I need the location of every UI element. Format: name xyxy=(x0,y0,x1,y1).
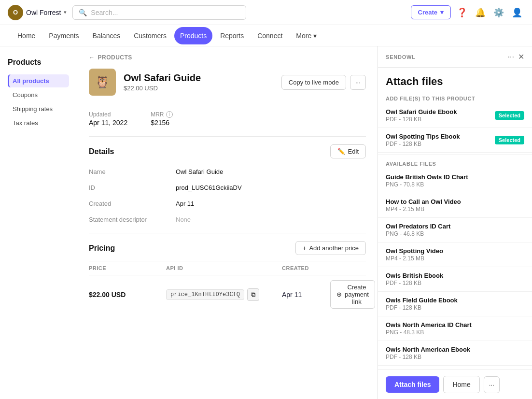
mrr-label: MRR i xyxy=(151,111,172,118)
price-table-header: PRICE API ID CREATED xyxy=(89,261,366,275)
copy-live-mode-button[interactable]: Copy to live mode xyxy=(281,75,346,90)
detail-label-name: Name xyxy=(89,166,176,177)
copy-api-id-button[interactable]: ⧉ xyxy=(247,288,259,301)
pricing-section: Pricing + Add another price PRICE API ID… xyxy=(77,233,378,321)
price-amount: $22.00 USD xyxy=(89,291,166,299)
help-button[interactable]: ❓ xyxy=(455,5,469,20)
account-button[interactable]: 👤 xyxy=(510,5,524,20)
panel-close-button[interactable]: ✕ xyxy=(518,52,524,61)
file-name: Owls North America ID Chart xyxy=(386,321,472,328)
search-bar[interactable]: 🔍 Search... xyxy=(72,5,246,20)
user-menu-chevron-icon: ▾ xyxy=(64,9,67,15)
panel-more-button[interactable]: ··· xyxy=(508,53,514,61)
panel-brand: SENDOWL xyxy=(386,54,416,60)
file-info: Owl Spotting Video MP4 - 2.15 MB xyxy=(386,247,443,262)
file-info: Owl Spotting Tips Ebook PDF - 128 KB xyxy=(386,133,460,147)
details-section: Details ✏️ Edit Name Owl Safari Guide ID… xyxy=(77,137,378,233)
api-id-box: price_1KnTHtIDYe3CfQ ⧉ xyxy=(166,288,282,301)
file-info: Owls North American Ebook PDF - 128 KB xyxy=(386,346,470,360)
files-section: ADD FILE(S) TO THIS PRODUCT Owl Safari G… xyxy=(378,92,532,370)
mrr-info-icon[interactable]: i xyxy=(166,111,173,118)
product-metadata: Updated Apr 11, 2022 MRR i $2156 xyxy=(77,105,378,136)
file-meta: MP4 - 2.15 MB xyxy=(386,206,461,213)
product-image: 🦉 xyxy=(89,69,116,96)
sidebar-item-tax-rates[interactable]: Tax rates xyxy=(8,116,69,129)
search-icon: 🔍 xyxy=(79,9,87,16)
list-item[interactable]: Owls British Ebook PDF - 128 KB xyxy=(378,267,532,292)
detail-label-id: ID xyxy=(89,182,176,193)
create-label: Create xyxy=(418,9,437,16)
list-item[interactable]: Owls Field Guide Ebook PDF - 128 KB xyxy=(378,292,532,316)
details-header: Details ✏️ Edit xyxy=(89,144,366,158)
list-item[interactable]: Owl Predators ID Cart PNG - 46.8 KB xyxy=(378,218,532,242)
file-name: Owl Spotting Video xyxy=(386,247,443,255)
sidebar-title: Products xyxy=(8,58,69,67)
file-info: Owls North America ID Chart PNG - 48.3 K… xyxy=(386,321,472,336)
attach-files-button[interactable]: Attach files xyxy=(386,376,439,393)
file-meta: PDF - 128 KB xyxy=(386,280,443,286)
sidebar-item-shipping-rates[interactable]: Shipping rates xyxy=(8,102,69,115)
more-chevron-icon: ▾ xyxy=(313,32,317,40)
col-api-id: API ID xyxy=(166,265,282,271)
detail-value-id: prod_LUSC61GckiiaDV xyxy=(176,182,366,193)
detail-value-name: Owl Safari Guide xyxy=(176,166,366,177)
updated-label: Updated xyxy=(89,111,127,118)
detail-label-created: Created xyxy=(89,198,176,209)
panel-footer: Attach files Home ··· xyxy=(378,370,532,399)
secondary-navigation: Home Payments Balances Customers Product… xyxy=(0,25,532,46)
nav-products[interactable]: Products xyxy=(174,27,212,44)
list-item[interactable]: Owl Safari Guide Ebook PDF - 128 KB Sele… xyxy=(378,103,532,128)
list-item[interactable]: Owls North America ID Chart PNG - 48.3 K… xyxy=(378,316,532,341)
updated-meta: Updated Apr 11, 2022 xyxy=(89,111,127,127)
edit-button[interactable]: ✏️ Edit xyxy=(330,144,366,158)
file-name: Owls British Ebook xyxy=(386,272,443,279)
product-more-button[interactable]: ··· xyxy=(350,75,366,90)
settings-button[interactable]: ⚙️ xyxy=(491,5,506,20)
file-info: Owl Safari Guide Ebook PDF - 128 KB xyxy=(386,108,457,123)
nav-balances[interactable]: Balances xyxy=(87,27,126,44)
list-item[interactable]: Owls North American Ebook PDF - 128 KB xyxy=(378,341,532,366)
price-table: PRICE API ID CREATED $22.00 USD price_1K… xyxy=(89,261,366,314)
detail-value-statement-descriptor: None xyxy=(176,214,366,225)
selected-badge: Selected xyxy=(495,136,524,144)
price-row-actions: ⊕ Create payment link ··· xyxy=(330,280,378,309)
col-actions xyxy=(330,265,366,271)
create-payment-link-button[interactable]: ⊕ Create payment link xyxy=(330,280,375,309)
nav-connect[interactable]: Connect xyxy=(252,27,288,44)
file-meta: MP4 - 2.15 MB xyxy=(386,255,443,262)
panel-title: Attach files xyxy=(378,68,532,92)
file-meta: PDF - 128 KB xyxy=(386,116,457,123)
available-files-label: AVAILABLE FILES xyxy=(378,157,532,169)
list-item[interactable]: Guide British Owls ID Chart PNG - 70.8 K… xyxy=(378,169,532,193)
file-meta: PDF - 128 KB xyxy=(386,141,460,147)
user-menu[interactable]: O Owl Forrest ▾ xyxy=(8,5,67,20)
sidebar-item-all-products[interactable]: All products xyxy=(8,74,69,87)
nav-customers[interactable]: Customers xyxy=(128,27,172,44)
panel-footer-more-button[interactable]: ··· xyxy=(484,376,500,393)
nav-more[interactable]: More ▾ xyxy=(290,27,322,44)
panel-home-button[interactable]: Home xyxy=(443,376,479,393)
list-item[interactable]: How to Call an Owl Video MP4 - 2.15 MB xyxy=(378,193,532,218)
updated-value: Apr 11, 2022 xyxy=(89,119,127,127)
file-name: Guide British Owls ID Chart xyxy=(386,173,468,181)
right-panel: SENDOWL ··· ✕ Attach files ADD FILE(S) T… xyxy=(378,46,532,399)
pricing-title: Pricing xyxy=(89,244,115,253)
nav-home[interactable]: Home xyxy=(12,27,41,44)
breadcrumb: ← PRODUCTS xyxy=(77,46,378,65)
nav-payments[interactable]: Payments xyxy=(43,27,84,44)
file-name: How to Call an Owl Video xyxy=(386,198,461,205)
product-info: Owl Safari Guide $22.00 USD xyxy=(124,72,274,92)
breadcrumb-parent[interactable]: PRODUCTS xyxy=(98,54,132,61)
list-item[interactable]: Owl Spotting Video MP4 - 2.15 MB xyxy=(378,242,532,267)
user-name: Owl Forrest xyxy=(26,9,61,16)
nav-reports[interactable]: Reports xyxy=(214,27,250,44)
product-header: 🦉 Owl Safari Guide $22.00 USD Copy to li… xyxy=(77,65,378,105)
sidebar-item-coupons[interactable]: Coupons xyxy=(8,88,69,101)
create-button[interactable]: Create ▾ xyxy=(411,5,451,19)
list-item[interactable]: Owl Spotting Tips Ebook PDF - 128 KB Sel… xyxy=(378,128,532,153)
file-name: Owl Predators ID Cart xyxy=(386,223,450,230)
add-price-button[interactable]: + Add another price xyxy=(295,241,366,255)
create-chevron-icon: ▾ xyxy=(440,9,444,16)
notifications-button[interactable]: 🔔 xyxy=(473,5,488,20)
pricing-header: Pricing + Add another price xyxy=(89,241,366,255)
